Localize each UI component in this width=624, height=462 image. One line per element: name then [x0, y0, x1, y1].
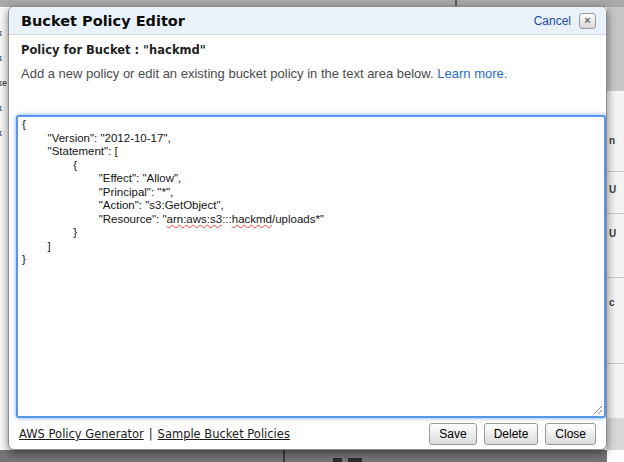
background-row-divider: [607, 363, 624, 364]
bucket-policy-editor-dialog: Bucket Policy Editor Cancel × Policy for…: [8, 6, 607, 450]
learn-more-link[interactable]: Learn more.: [437, 66, 507, 81]
aws-policy-generator-link[interactable]: AWS Policy Generator: [19, 427, 144, 441]
left-edge-fragments: kkkekk: [0, 7, 8, 450]
background-row-divider: [607, 90, 624, 91]
dialog-description: Add a new policy or edit an existing buc…: [9, 57, 606, 81]
background-divider: [283, 450, 285, 462]
background-text-fragment: k: [0, 53, 8, 63]
right-edge-fragments: nUUc: [607, 7, 624, 450]
footer-buttons: Save Delete Close: [429, 423, 596, 445]
sample-bucket-policies-link[interactable]: Sample Bucket Policies: [158, 427, 290, 441]
policy-textarea[interactable]: { "Version": "2012-10-17", "Statement": …: [16, 115, 606, 418]
background-text-fragment: k: [0, 128, 8, 138]
background-row-divider: [607, 171, 624, 172]
background-text-fragment: n: [609, 135, 615, 146]
save-button[interactable]: Save: [429, 423, 476, 445]
background-block: [607, 418, 624, 450]
footer-link-separator: |: [149, 427, 153, 441]
background-text-fragment: U: [609, 184, 616, 195]
description-text: Add a new policy or edit an existing buc…: [21, 66, 434, 81]
dialog-footer: AWS Policy Generator | Sample Bucket Pol…: [9, 423, 606, 445]
background-text-fragment: c: [609, 297, 615, 308]
dialog-header: Bucket Policy Editor Cancel ×: [9, 7, 606, 35]
delete-button[interactable]: Delete: [484, 423, 539, 445]
header-controls: Cancel ×: [534, 13, 596, 29]
background-bottom-strip: [0, 450, 607, 462]
background-text-fragment: ke: [0, 78, 8, 88]
close-button[interactable]: Close: [545, 423, 596, 445]
close-icon[interactable]: ×: [579, 13, 596, 29]
background-text-fragment: k: [0, 28, 8, 38]
background-text-fragment: U: [609, 228, 616, 239]
cancel-link[interactable]: Cancel: [534, 14, 571, 28]
background-text-fragment: k: [0, 103, 8, 113]
background-row-divider: [607, 213, 624, 214]
background-row-divider: [607, 277, 624, 278]
resize-handle-icon[interactable]: [592, 404, 603, 415]
background-block: [607, 7, 624, 90]
policy-text: { "Version": "2012-10-17", "Statement": …: [18, 117, 604, 268]
policy-for-bucket-label: Policy for Bucket : "hackmd": [9, 35, 606, 57]
background-text-fragment: [333, 458, 342, 462]
background-text-fragment: [348, 458, 362, 462]
dialog-title: Bucket Policy Editor: [21, 13, 185, 29]
